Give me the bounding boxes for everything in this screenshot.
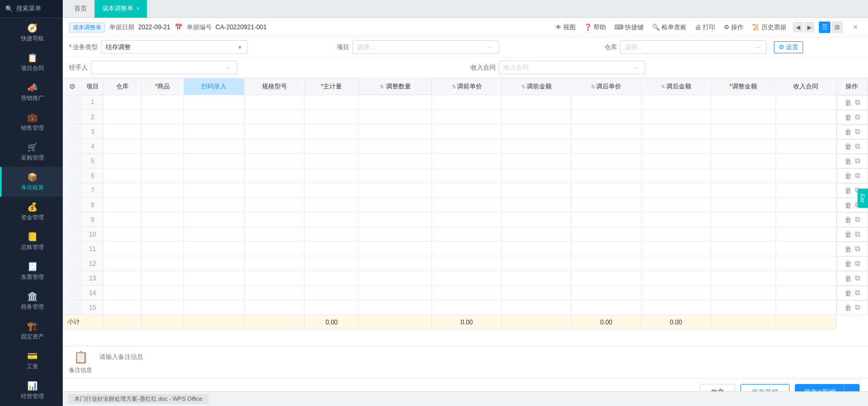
cell-adjust-amount[interactable] bbox=[711, 198, 775, 212]
row-delete-icon[interactable]: 🗑 bbox=[844, 230, 852, 239]
cell-warehouse[interactable] bbox=[141, 168, 184, 183]
cell-after-unit-price[interactable] bbox=[572, 95, 641, 110]
cell-adjust-amount[interactable] bbox=[711, 271, 775, 286]
cell-income-contract[interactable] bbox=[775, 212, 836, 227]
cell-unit[interactable] bbox=[305, 286, 359, 300]
project-input[interactable]: 选择... ··· bbox=[352, 40, 499, 54]
cell-project[interactable] bbox=[104, 139, 142, 154]
cell-product[interactable] bbox=[184, 168, 245, 183]
cell-prev-unit-price[interactable] bbox=[432, 198, 501, 212]
cell-adjust-qty[interactable] bbox=[358, 198, 432, 212]
cell-spec[interactable] bbox=[244, 256, 305, 271]
cell-adjust-qty[interactable] bbox=[358, 95, 432, 110]
row-copy-icon[interactable]: ⧉ bbox=[855, 142, 860, 151]
cell-project[interactable] bbox=[104, 95, 142, 110]
cell-prev-unit-price[interactable] bbox=[432, 242, 501, 256]
cell-prev-amount[interactable] bbox=[501, 125, 571, 139]
cell-prev-unit-price[interactable] bbox=[432, 125, 501, 139]
cell-product[interactable] bbox=[184, 110, 245, 125]
cell-spec[interactable] bbox=[244, 183, 305, 198]
cell-after-unit-price[interactable] bbox=[572, 183, 641, 198]
print-btn[interactable]: 🖨 打印 bbox=[693, 22, 717, 33]
cell-adjust-qty[interactable] bbox=[358, 212, 432, 227]
table-settings-gear-icon[interactable]: ⚙ bbox=[69, 82, 76, 91]
cell-project[interactable] bbox=[104, 198, 142, 212]
cell-spec[interactable] bbox=[244, 271, 305, 286]
cell-adjust-amount[interactable] bbox=[711, 139, 775, 154]
cell-project[interactable] bbox=[104, 227, 142, 242]
cell-after-amount[interactable] bbox=[641, 139, 711, 154]
row-delete-icon[interactable]: 🗑 bbox=[844, 289, 852, 297]
cell-prev-amount[interactable] bbox=[501, 271, 571, 286]
cell-adjust-amount[interactable] bbox=[711, 256, 775, 271]
cell-after-amount[interactable] bbox=[641, 300, 711, 315]
cell-income-contract[interactable] bbox=[775, 242, 836, 256]
cell-warehouse[interactable] bbox=[141, 271, 184, 286]
cell-warehouse[interactable] bbox=[141, 95, 184, 110]
cell-project[interactable] bbox=[104, 154, 142, 168]
sidebar-item-operations[interactable]: 📊 经营管理 bbox=[0, 376, 63, 405]
cell-after-amount[interactable] bbox=[641, 286, 711, 300]
row-delete-icon[interactable]: 🗑 bbox=[844, 303, 852, 312]
right-edge-tab[interactable]: Ear bbox=[858, 188, 868, 208]
cell-income-contract[interactable] bbox=[775, 168, 836, 183]
cell-adjust-amount[interactable] bbox=[711, 183, 775, 198]
cell-product[interactable] bbox=[184, 95, 245, 110]
cell-after-unit-price[interactable] bbox=[572, 286, 641, 300]
cell-spec[interactable] bbox=[244, 168, 305, 183]
sidebar-item-inventory[interactable]: 📦 库存核算 bbox=[0, 167, 63, 197]
cell-after-amount[interactable] bbox=[641, 198, 711, 212]
tab-cost-adjust[interactable]: 成本调整单 × bbox=[95, 0, 147, 18]
cell-unit[interactable] bbox=[305, 300, 359, 315]
cell-project[interactable] bbox=[104, 125, 142, 139]
cell-prev-amount[interactable] bbox=[501, 242, 571, 256]
nav-prev-btn[interactable]: ◀ bbox=[793, 22, 803, 32]
row-delete-icon[interactable]: 🗑 bbox=[844, 245, 852, 253]
sidebar-item-fixed-asset[interactable]: 🏗️ 固定资产 bbox=[0, 316, 63, 346]
row-delete-icon[interactable]: 🗑 bbox=[844, 157, 852, 165]
row-copy-icon[interactable]: ⧉ bbox=[855, 274, 860, 283]
cell-warehouse[interactable] bbox=[141, 110, 184, 125]
cell-adjust-amount[interactable] bbox=[711, 110, 775, 125]
cell-after-unit-price[interactable] bbox=[572, 271, 641, 286]
warehouse-dots-icon[interactable]: ··· bbox=[753, 44, 762, 50]
cell-prev-amount[interactable] bbox=[501, 300, 571, 315]
cell-unit[interactable] bbox=[305, 154, 359, 168]
cell-adjust-qty[interactable] bbox=[358, 300, 432, 315]
row-delete-icon[interactable]: 🗑 bbox=[844, 216, 852, 224]
cell-adjust-qty[interactable] bbox=[358, 227, 432, 242]
actions-btn[interactable]: ⚙ 操作 bbox=[722, 22, 746, 33]
cell-unit[interactable] bbox=[305, 168, 359, 183]
cell-spec[interactable] bbox=[244, 212, 305, 227]
cell-spec[interactable] bbox=[244, 286, 305, 300]
cell-income-contract[interactable] bbox=[775, 271, 836, 286]
cell-product[interactable] bbox=[184, 212, 245, 227]
cell-unit[interactable] bbox=[305, 198, 359, 212]
cell-prev-unit-price[interactable] bbox=[432, 154, 501, 168]
cell-after-unit-price[interactable] bbox=[572, 212, 641, 227]
cell-product[interactable] bbox=[184, 227, 245, 242]
row-copy-icon[interactable]: ⧉ bbox=[855, 156, 860, 165]
cell-after-amount[interactable] bbox=[641, 227, 711, 242]
cell-after-amount[interactable] bbox=[641, 154, 711, 168]
sidebar-item-project-contract[interactable]: 📋 项目合同 bbox=[0, 48, 63, 77]
cell-prev-unit-price[interactable] bbox=[432, 300, 501, 315]
notes-input[interactable] bbox=[97, 351, 862, 369]
cell-prev-amount[interactable] bbox=[501, 198, 571, 212]
row-copy-icon[interactable]: ⧉ bbox=[855, 230, 860, 239]
cell-unit[interactable] bbox=[305, 183, 359, 198]
sidebar-item-invoice[interactable]: 🧾 发票管理 bbox=[0, 256, 63, 286]
cell-prev-unit-price[interactable] bbox=[432, 183, 501, 198]
history-btn[interactable]: 📜 历史票据 bbox=[750, 22, 789, 33]
sidebar-item-tax[interactable]: 🏛️ 税务管理 bbox=[0, 286, 63, 316]
cell-adjust-amount[interactable] bbox=[711, 286, 775, 300]
row-copy-icon[interactable]: ⧉ bbox=[855, 303, 860, 312]
nav-next-btn[interactable]: ▶ bbox=[804, 22, 815, 32]
row-copy-icon[interactable]: ⧉ bbox=[855, 112, 860, 121]
cell-after-unit-price[interactable] bbox=[572, 110, 641, 125]
handler-dots-icon[interactable]: ··· bbox=[224, 64, 233, 71]
cell-after-unit-price[interactable] bbox=[572, 154, 641, 168]
cell-unit[interactable] bbox=[305, 139, 359, 154]
cell-unit[interactable] bbox=[305, 242, 359, 256]
cell-warehouse[interactable] bbox=[141, 242, 184, 256]
